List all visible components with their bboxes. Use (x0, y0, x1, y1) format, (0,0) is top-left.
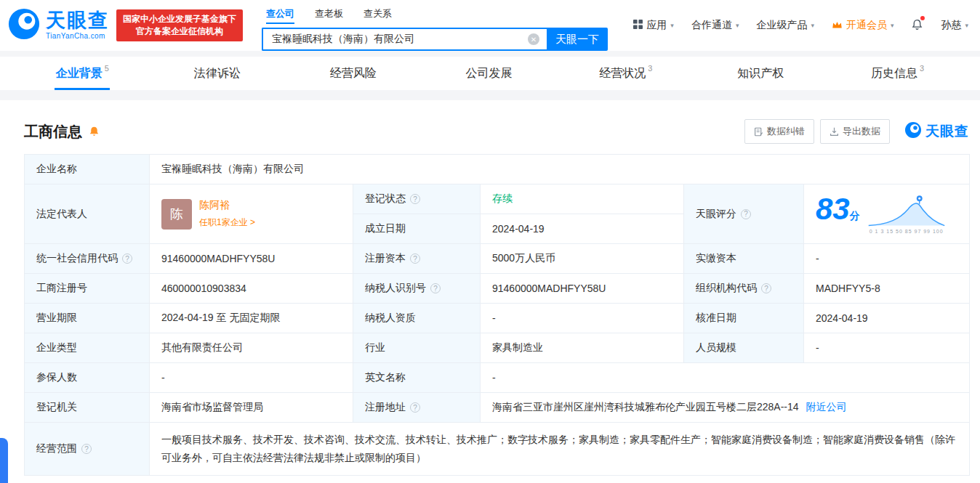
search-tab-boss[interactable]: 查老板 (315, 7, 343, 24)
info-icon[interactable]: ? (410, 402, 420, 413)
taxpayer-id-value: 91460000MADHFYY58U (481, 274, 684, 304)
score-distribution-chart: 0 1 3 15 50 85 97 99 100 (866, 194, 947, 234)
data-correction-button[interactable]: 数据纠错 (744, 119, 814, 144)
official-credit-badge: 国家中小企业发展子基金旗下 官方备案企业征信机构 (116, 9, 243, 41)
insured-count-label: 参保人数 (25, 363, 150, 393)
notification-bell-icon[interactable] (911, 18, 923, 33)
tab-intellectual-property[interactable]: 知识产权 (694, 57, 830, 90)
staff-size-value: - (804, 333, 970, 363)
insured-count-value: - (150, 363, 353, 393)
chevron-down-icon: ▾ (811, 22, 814, 29)
org-code-value: MADHFYY5-8 (804, 274, 970, 304)
company-name-value: 宝褓睡眠科技（海南）有限公司 (150, 155, 970, 184)
establish-date-value: 2024-04-19 (481, 214, 684, 244)
business-term-label: 营业期限 (25, 304, 150, 333)
nav-enterprise-products[interactable]: 企业级产品 ▾ (756, 19, 814, 32)
search-area: 查公司 查老板 查关系 ✕ 天眼一下 (262, 3, 608, 51)
industry-value: 家具制造业 (481, 333, 684, 363)
table-row: 企业名称 宝褓睡眠科技（海南）有限公司 (25, 155, 970, 184)
nav-open-vip[interactable]: 开通会员 ▾ (832, 19, 894, 32)
table-row: 企业类型 其他有限责任公司 行业 家具制造业 人员规模 - (25, 333, 970, 363)
tab-business-risk[interactable]: 经营风险 (286, 57, 422, 90)
table-row: 工商注册号 460000010903834 纳税人识别号? 91460000MA… (25, 274, 970, 304)
top-header: 天眼查 TianYanCha.com 国家中小企业发展子基金旗下 官方备案企业征… (0, 0, 980, 51)
taxpayer-id-label: 纳税人识别号? (353, 274, 481, 304)
chevron-down-icon: ▾ (670, 22, 674, 29)
legal-rep-cell: 陈 陈阿裕 任职1家企业 > (150, 184, 353, 244)
header-nav: 应用 ▾ 合作通道 ▾ 企业级产品 ▾ 开通会员 ▾ 孙慈 ▾ (633, 18, 968, 33)
tianyancha-logo[interactable]: 天眼查 TianYanCha.com (7, 7, 109, 44)
grid-icon (633, 20, 643, 31)
tab-company-development[interactable]: 公司发展 (422, 57, 558, 90)
tab-legal-proceedings[interactable]: 法律诉讼 (150, 57, 286, 90)
search-button[interactable]: 天眼一下 (547, 28, 608, 51)
divider (0, 90, 980, 100)
score-cell: 83分 0 1 3 15 50 85 97 99 100 (804, 184, 970, 244)
table-row: 参保人数 - 英文名称 - (25, 363, 970, 393)
info-icon[interactable]: ? (81, 444, 92, 454)
reg-number-value: 460000010903834 (150, 274, 353, 304)
approval-date-label: 核准日期 (684, 304, 804, 333)
reg-address-cell: 海南省三亚市崖州区崖州湾科技城雅布伦产业园五号楼二层228A--14附近公司 (481, 393, 970, 423)
score-label: 天眼评分? (684, 184, 804, 244)
nav-apps[interactable]: 应用 ▾ (633, 19, 674, 32)
export-data-button[interactable]: 导出数据 (820, 119, 890, 144)
info-icon[interactable]: ? (122, 253, 132, 264)
search-tabs: 查公司 查老板 查关系 (262, 7, 608, 24)
business-term-value: 2024-04-19 至 无固定期限 (150, 304, 353, 333)
tianyancha-watermark: 天眼查 (904, 121, 969, 142)
reg-capital-label: 注册资本? (353, 244, 481, 274)
taxpayer-quality-value: - (481, 304, 684, 333)
nearby-companies-link[interactable]: 附近公司 (806, 401, 847, 413)
logo-swirl-icon (904, 121, 922, 142)
tab-history-info[interactable]: 历史信息3 (830, 57, 965, 90)
table-row: 经营范围? 一般项目技术服务、技术开发、技术咨询、技术交流、技术转让、技术推广；… (25, 423, 970, 476)
clear-search-icon[interactable]: ✕ (528, 33, 539, 45)
paid-capital-value: - (804, 244, 970, 274)
badge-line1: 国家中小企业发展子基金旗下 (123, 13, 236, 25)
legal-rep-avatar[interactable]: 陈 (161, 199, 192, 230)
monitor-bell-icon[interactable] (88, 125, 100, 138)
info-icon[interactable]: ? (761, 283, 771, 293)
business-scope-value: 一般项目技术服务、技术开发、技术咨询、技术交流、技术转让、技术推广；数字技术服务… (150, 423, 970, 476)
nav-user-menu[interactable]: 孙慈 ▾ (941, 19, 968, 32)
nav-cooperation[interactable]: 合作通道 ▾ (691, 19, 739, 32)
business-info-table: 企业名称 宝褓睡眠科技（海南）有限公司 法定代表人 陈 陈阿裕 任职1家企业 >… (24, 154, 970, 476)
username: 孙慈 (941, 19, 961, 32)
reg-capital-value: 5000万人民币 (481, 244, 684, 274)
search-tab-relation[interactable]: 查关系 (364, 7, 392, 24)
establish-date-label: 成立日期 (353, 214, 481, 244)
info-icon[interactable]: ? (741, 209, 751, 219)
notification-dot (920, 16, 925, 20)
reg-authority-label: 登记机关 (25, 393, 150, 423)
company-name-label: 企业名称 (25, 155, 150, 184)
tab-company-background[interactable]: 企业背景5 (15, 57, 150, 90)
search-input[interactable] (262, 28, 547, 51)
reg-address-value: 海南省三亚市崖州区崖州湾科技城雅布伦产业园五号楼二层228A--14 (492, 401, 799, 413)
credit-code-label: 统一社会信用代码? (25, 244, 150, 274)
reg-status-label: 登记状态? (353, 184, 481, 214)
info-icon[interactable]: ? (410, 194, 420, 204)
reg-authority-value: 海南省市场监督管理局 (150, 393, 353, 423)
legal-rep-employment-link[interactable]: 任职1家企业 > (199, 216, 255, 229)
badge-line2: 官方备案企业征信机构 (123, 25, 236, 38)
reg-address-label: 注册地址? (353, 393, 481, 423)
search-tab-company[interactable]: 查公司 (266, 7, 294, 24)
legal-rep-name-link[interactable]: 陈阿裕 (199, 199, 255, 212)
info-icon[interactable]: ? (430, 283, 441, 293)
reg-number-label: 工商注册号 (25, 274, 150, 304)
section-title: 工商信息 (24, 122, 82, 142)
tab-operating-status[interactable]: 经营状况3 (558, 57, 694, 90)
table-row: 营业期限 2024-04-19 至 无固定期限 纳税人资质 - 核准日期 202… (25, 304, 970, 333)
logo-text-en: TianYanCha.com (46, 33, 109, 40)
floating-widget-handle[interactable] (0, 438, 8, 483)
info-icon[interactable]: ? (410, 253, 420, 264)
company-type-value: 其他有限责任公司 (150, 333, 353, 363)
table-row: 统一社会信用代码? 91460000MADHFYY58U 注册资本? 5000万… (25, 244, 970, 274)
business-scope-label: 经营范围? (25, 423, 150, 476)
table-row: 登记机关 海南省市场监督管理局 注册地址? 海南省三亚市崖州区崖州湾科技城雅布伦… (25, 393, 970, 423)
paid-capital-label: 实缴资本 (684, 244, 804, 274)
score-unit: 分 (850, 210, 860, 222)
english-name-label: 英文名称 (353, 363, 481, 393)
staff-size-label: 人员规模 (684, 333, 804, 363)
